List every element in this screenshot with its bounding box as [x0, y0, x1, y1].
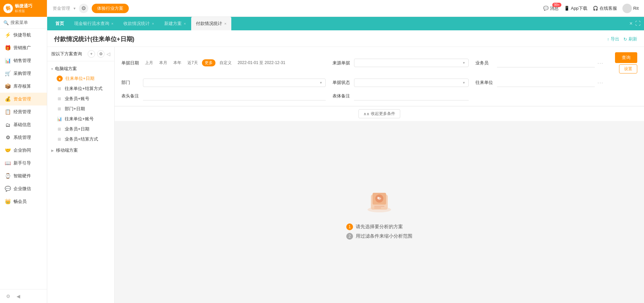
sidebar-item-label: 快捷导航 — [13, 32, 31, 38]
sidebar-item-hardware[interactable]: ⌚ 智能硬件 — [0, 170, 47, 182]
sidebar-item-basic[interactable]: 🗂 基础信息 — [0, 118, 47, 131]
scheme-item-staff-date[interactable]: ⊞ 业务员+日期 — [47, 124, 114, 134]
trial-btn[interactable]: 体验行业方案 — [92, 4, 129, 13]
staff-dots-btn[interactable]: ··· — [597, 60, 604, 66]
tab-payment-stats-close[interactable]: × — [224, 22, 226, 26]
online-service-btn[interactable]: 🎧 在线客服 — [593, 5, 617, 11]
message-badge: 99+ — [552, 3, 561, 7]
finance-icon: 💰 — [5, 96, 11, 102]
online-service-label: 在线客服 — [599, 5, 617, 11]
page-title: 付款情况统计(往来单位+日期) — [54, 35, 135, 43]
scheme-group-mobile-header[interactable]: ▶ 移动端方案 — [47, 146, 114, 155]
filter-row-3: 表头备注 表体备注 — [121, 92, 637, 100]
svg-point-4 — [377, 197, 379, 199]
sidebar-item-quick-nav[interactable]: ⚡ 快捷导航 — [0, 29, 47, 41]
sidebar-item-label: 智能硬件 — [13, 173, 31, 179]
scheme-item-dept-date[interactable]: ⊞ 部门+日期 — [47, 104, 114, 114]
date-option-custom[interactable]: 自定义 — [217, 59, 234, 66]
scheme-add-icon[interactable]: + — [88, 50, 95, 58]
filter-dept-field: 部门 ▾ — [121, 79, 326, 87]
sidebar-item-inventory[interactable]: 📦 库存核算 — [0, 80, 47, 93]
tab-bank-flow-close[interactable]: × — [111, 22, 113, 26]
filter-body-remark-input[interactable] — [354, 92, 469, 100]
service-icon: 🎧 — [593, 6, 598, 11]
sidebar-item-marketing[interactable]: 🎁 营销推广 — [0, 41, 47, 54]
messages-btn[interactable]: 💬 消息 99+ — [543, 5, 559, 11]
scheme-settings-icon[interactable]: ⚙ — [97, 50, 105, 58]
partner-dots-btn[interactable]: ··· — [597, 80, 604, 85]
tab-bank-flow[interactable]: 现金银行流水查询 × — [69, 17, 118, 30]
app-download-btn[interactable]: 📱 App下载 — [564, 5, 587, 11]
filter-staff-input[interactable] — [497, 59, 595, 67]
source-select-arrow-icon: ▾ — [463, 61, 465, 65]
empty-tips: 1 请先选择要分析的方案 2 用过滤条件来缩小分析范围 — [346, 223, 412, 240]
tab-receipt-stats-close[interactable]: × — [152, 22, 154, 26]
footer-settings-icon[interactable]: ⚙ — [5, 293, 11, 300]
staff-date-icon: ⊞ — [57, 126, 62, 132]
scheme-item-partner-settle[interactable]: ⊞ 往来单位+结算方式 — [47, 84, 114, 94]
footer-collapse-icon[interactable]: ◀ — [15, 293, 22, 300]
breadcrumb-dropdown-icon[interactable]: ▾ — [74, 6, 76, 11]
user-avatar-btn[interactable]: Rit — [622, 4, 639, 13]
topbar-left: 资金管理 ▾ ⚙ 体验行业方案 — [53, 4, 129, 13]
tab-new-scheme[interactable]: 新建方案 × — [159, 17, 191, 30]
filter-docstatus-label: 单据状态 — [332, 80, 351, 86]
filter-actions: 查询 设置 — [610, 52, 637, 73]
export-btn[interactable]: ↑ 导出 — [607, 36, 620, 42]
date-option-last-7-days[interactable]: 近7天 — [185, 59, 200, 66]
filter-dept-select[interactable]: ▾ — [143, 79, 326, 87]
date-option-last-month[interactable]: 上月 — [143, 59, 155, 66]
sidebar-item-label: 销售管理 — [13, 58, 31, 64]
search-icon: 🔍 — [3, 20, 9, 25]
sidebar-item-label: 新手引导 — [13, 160, 31, 166]
query-btn[interactable]: 查询 — [615, 52, 637, 63]
guide-icon: 📖 — [5, 160, 11, 166]
settings-btn[interactable]: 设置 — [619, 64, 637, 73]
filter-docstatus-select[interactable]: ▾ — [354, 79, 469, 87]
sidebar-item-purchase[interactable]: 🛒 采购管理 — [0, 67, 47, 80]
date-option-this-year[interactable]: 本年 — [171, 59, 183, 66]
filter-header-remark-input[interactable] — [143, 92, 326, 100]
tabs-actions: × ⛶ — [630, 21, 641, 27]
sidebar-item-system[interactable]: ⚙ 系统管理 — [0, 131, 47, 144]
scheme-panel-body: ▾ 电脑端方案 ● 往来单位+日期 ⊞ 往来单位+结算方式 ⊞ 业务员+账号 — [47, 61, 114, 303]
scheme-item-staff-settle[interactable]: ⊞ 业务员+结算方式 — [47, 134, 114, 144]
tab-receipt-stats[interactable]: 收款情况统计 × — [119, 17, 158, 30]
sidebar-item-label: 营销推广 — [13, 45, 31, 51]
partner-account-label: 往来单位+账号 — [65, 116, 94, 122]
sidebar-item-operation[interactable]: 📋 经营管理 — [0, 105, 47, 118]
filter-partner-input[interactable] — [497, 78, 595, 87]
filter-source-select[interactable]: ▾ — [354, 59, 469, 67]
topbar-settings-icon[interactable]: ⚙ — [79, 4, 88, 13]
scheme-group-pc-header[interactable]: ▾ 电脑端方案 — [47, 64, 114, 73]
scheme-panel-collapse-icon[interactable]: ◁ — [107, 51, 110, 57]
refresh-btn[interactable]: ↻ 刷新 — [623, 36, 637, 42]
date-option-more[interactable]: 更多 — [202, 59, 215, 66]
tab-home[interactable]: 首页 — [51, 17, 69, 30]
system-icon: ⚙ — [5, 134, 11, 141]
tabs-expand-icon[interactable]: ⛶ — [635, 21, 641, 27]
sidebar-item-label: 库存核算 — [13, 83, 31, 89]
sidebar-item-weixin[interactable]: 💬 企业微信 — [0, 182, 47, 195]
sidebar-item-guide[interactable]: 📖 新手引导 — [0, 157, 47, 170]
date-option-this-month[interactable]: 本月 — [157, 59, 169, 66]
partner-settle-label: 往来单位+结算方式 — [65, 86, 103, 92]
sidebar-item-finance[interactable]: 💰 资金管理 — [0, 93, 47, 105]
scheme-item-staff-account[interactable]: ⊞ 业务员+账号 — [47, 94, 114, 104]
sidebar-item-sales[interactable]: 📊 销售管理 — [0, 54, 47, 67]
tab-new-scheme-close[interactable]: × — [184, 22, 186, 26]
member-icon: 👑 — [5, 199, 11, 205]
scheme-panel-header: 按以下方案查询 + ⚙ ◁ — [47, 47, 114, 61]
staff-date-label: 业务员+日期 — [65, 126, 89, 132]
search-menu[interactable]: 🔍 搜索菜单 — [0, 17, 47, 29]
scheme-item-partner-account[interactable]: 📊 往来单位+账号 — [47, 114, 114, 124]
dept-date-icon: ⊞ — [57, 106, 62, 112]
tab-payment-stats[interactable]: 付款情况统计 × — [191, 17, 231, 30]
tip-1-text: 请先选择要分析的方案 — [356, 224, 403, 230]
filter-source-label: 来源单据 — [332, 60, 351, 66]
scheme-item-partner-date[interactable]: ● 往来单位+日期 — [47, 73, 114, 84]
tabs-close-all-icon[interactable]: × — [630, 21, 633, 27]
collapse-more-btn[interactable]: ∧∧ 收起更多条件 — [358, 109, 400, 118]
sidebar-item-member[interactable]: 👑 畅会员 — [0, 195, 47, 208]
sidebar-item-enterprise[interactable]: 🤝 企业协同 — [0, 144, 47, 157]
